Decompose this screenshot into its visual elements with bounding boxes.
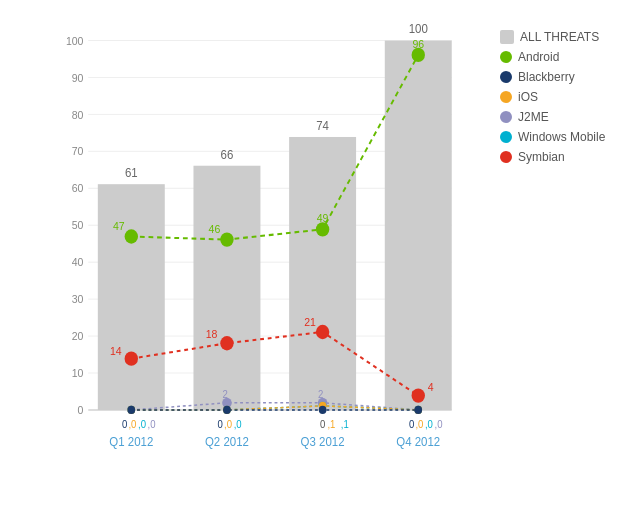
svg-text:40: 40	[72, 256, 84, 268]
legend-label-symbian: Symbian	[518, 150, 565, 164]
chart-svg: 100 90 80 70 60 50 40 30 20 10 0 61 66 7…	[50, 20, 490, 451]
legend-item-symbian: Symbian	[500, 150, 620, 164]
legend-label-ios: iOS	[518, 90, 538, 104]
symbian-dot-q1	[125, 351, 138, 365]
legend-item-j2me: J2ME	[500, 110, 620, 124]
svg-text:18: 18	[206, 328, 218, 340]
svg-text:,0: ,0	[415, 419, 423, 430]
bar-q3	[289, 137, 356, 410]
svg-text:100: 100	[66, 34, 84, 46]
legend: ALL THREATS Android Blackberry iOS J2ME …	[490, 20, 620, 451]
symbian-dot-q3	[316, 325, 329, 339]
svg-text:50: 50	[72, 219, 84, 231]
svg-text:,0: ,0	[234, 419, 242, 430]
svg-text:96: 96	[412, 37, 424, 49]
android-dot-q1	[125, 229, 138, 243]
legend-dot-all-threats	[500, 30, 514, 44]
android-dot-q4	[412, 48, 425, 62]
android-dot-q3	[316, 222, 329, 236]
svg-text:30: 30	[72, 293, 84, 305]
legend-dot-ios	[500, 91, 512, 103]
q1-label: Q1 2012	[109, 434, 153, 448]
android-line	[131, 55, 418, 240]
svg-text:0: 0	[409, 419, 415, 430]
svg-text:14: 14	[110, 344, 122, 356]
svg-text:,0: ,0	[138, 419, 146, 430]
legend-label-windows-mobile: Windows Mobile	[518, 130, 605, 144]
svg-text:0: 0	[122, 419, 128, 430]
legend-item-all-threats: ALL THREATS	[500, 30, 620, 44]
svg-text:70: 70	[72, 145, 84, 157]
svg-text:61: 61	[125, 166, 138, 180]
svg-text:4: 4	[428, 381, 434, 393]
svg-text:2: 2	[222, 388, 228, 399]
svg-text:,1: ,1	[341, 419, 349, 430]
blackberry-dot-q2	[223, 406, 231, 414]
bar-q2	[193, 166, 260, 410]
q3-label: Q3 2012	[301, 434, 345, 448]
legend-item-blackberry: Blackberry	[500, 70, 620, 84]
legend-label-blackberry: Blackberry	[518, 70, 575, 84]
svg-text:2: 2	[318, 388, 324, 399]
svg-text:47: 47	[113, 220, 125, 232]
legend-dot-symbian	[500, 151, 512, 163]
legend-item-windows-mobile: Windows Mobile	[500, 130, 620, 144]
chart-wrapper: 100 90 80 70 60 50 40 30 20 10 0 61 66 7…	[0, 0, 640, 511]
svg-text:90: 90	[72, 71, 84, 83]
svg-text:100: 100	[409, 22, 429, 36]
blackberry-dot-q4	[414, 406, 422, 414]
blackberry-dot-q1	[127, 406, 135, 414]
svg-text:,0: ,0	[435, 419, 443, 430]
svg-text:,0: ,0	[148, 419, 156, 430]
svg-text:0: 0	[218, 419, 224, 430]
legend-dot-windows-mobile	[500, 131, 512, 143]
legend-label-android: Android	[518, 50, 559, 64]
svg-text:,1: ,1	[327, 419, 335, 430]
svg-text:,0: ,0	[128, 419, 136, 430]
svg-text:60: 60	[72, 182, 84, 194]
q2-label: Q2 2012	[205, 434, 249, 448]
svg-text:,0: ,0	[425, 419, 433, 430]
legend-dot-android	[500, 51, 512, 63]
svg-text:,0: ,0	[224, 419, 232, 430]
bar-q1	[98, 184, 165, 410]
q4-label: Q4 2012	[396, 434, 440, 448]
j2me-line	[131, 403, 418, 410]
legend-item-ios: iOS	[500, 90, 620, 104]
symbian-line	[131, 332, 418, 396]
svg-text:21: 21	[304, 315, 316, 327]
legend-dot-j2me	[500, 111, 512, 123]
svg-text:49: 49	[317, 212, 329, 224]
blackberry-dot-q3	[319, 406, 327, 414]
android-dot-q2	[220, 232, 233, 246]
legend-label-j2me: J2ME	[518, 110, 549, 124]
symbian-dot-q4	[412, 388, 425, 402]
bar-q4	[385, 41, 452, 410]
legend-label-all-threats: ALL THREATS	[520, 30, 599, 44]
chart-area: 100 90 80 70 60 50 40 30 20 10 0 61 66 7…	[50, 20, 490, 451]
svg-text:0: 0	[320, 419, 326, 430]
svg-text:20: 20	[72, 330, 84, 342]
svg-text:66: 66	[221, 147, 234, 161]
svg-text:74: 74	[316, 118, 329, 132]
legend-dot-blackberry	[500, 71, 512, 83]
symbian-dot-q2	[220, 336, 233, 350]
svg-text:46: 46	[209, 223, 221, 235]
legend-item-android: Android	[500, 50, 620, 64]
svg-text:80: 80	[72, 108, 84, 120]
svg-text:10: 10	[72, 367, 84, 379]
svg-text:0: 0	[78, 404, 84, 416]
